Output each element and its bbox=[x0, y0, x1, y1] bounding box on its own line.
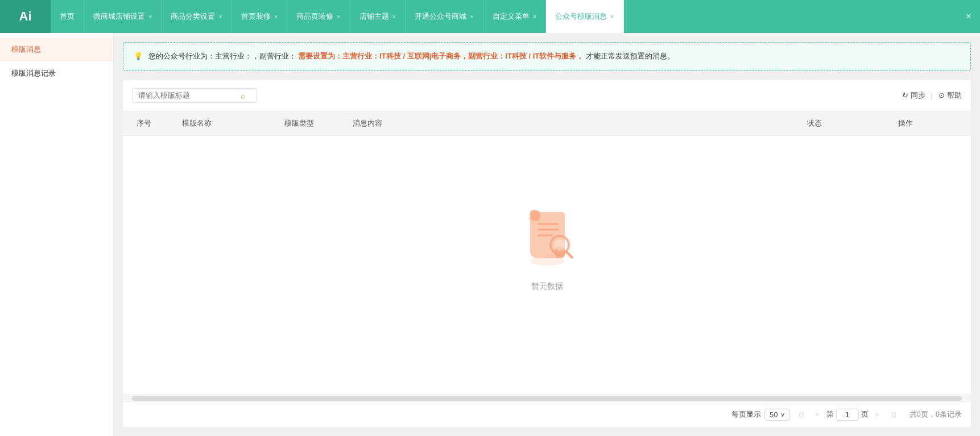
page-number-input[interactable] bbox=[836, 409, 859, 421]
notice-box: 💡 您的公众号行业为：主营行业：，副营行业： 需要设置为：主营行业：IT科技 /… bbox=[123, 42, 971, 71]
sidebar-item[interactable]: 模版消息 bbox=[0, 38, 113, 61]
next-page-button[interactable]: ＞ bbox=[871, 408, 884, 421]
empty-state: 暂无数据 bbox=[123, 136, 971, 395]
page-input-wrap: 第 页 bbox=[826, 409, 869, 421]
empty-illustration bbox=[513, 204, 581, 272]
page-size-select: 每页显示 50 ∨ bbox=[731, 409, 789, 421]
scroll-bar[interactable] bbox=[123, 395, 971, 401]
table-column-header: 消息内容 bbox=[348, 111, 803, 135]
page-size-label: 每页显示 bbox=[731, 409, 761, 420]
divider: | bbox=[931, 91, 933, 99]
di-label: 第 bbox=[826, 409, 834, 420]
nav-tabs: 首页微商城店铺设置×商品分类设置×首页装修×商品页装修×店铺主题×开通公众号商城… bbox=[51, 0, 957, 33]
pagination: 每页显示 50 ∨ ⟨⟨ ＜ 第 页 ＞ ⟩⟩ bbox=[123, 401, 971, 427]
help-icon: ⊙ bbox=[938, 91, 945, 99]
app-logo: Ai bbox=[0, 0, 51, 33]
search-right: ↻ 同步 | ⊙ 帮助 bbox=[902, 90, 962, 101]
search-bar: ⌕ ↻ 同步 | ⊙ 帮助 bbox=[123, 80, 971, 111]
page-size-value: 50 bbox=[770, 410, 778, 419]
nav-tab[interactable]: 自定义菜单× bbox=[483, 0, 546, 33]
search-icon[interactable]: ⌕ bbox=[241, 91, 245, 100]
tab-close-icon[interactable]: × bbox=[337, 13, 340, 20]
notice-suffix: 才能正常发送预置的消息。 bbox=[586, 52, 675, 60]
sidebar: 模版消息模版消息记录 bbox=[0, 33, 114, 436]
nav-tab[interactable]: 公众号模版消息× bbox=[546, 0, 623, 33]
notice-highlight: 需要设置为：主营行业：IT科技 / 互联网|电子商务，副营行业：IT科技 / I… bbox=[298, 52, 584, 60]
tab-close-icon[interactable]: × bbox=[470, 13, 473, 20]
tab-close-icon[interactable]: × bbox=[274, 13, 278, 20]
nav-tab[interactable]: 开通公众号商城× bbox=[406, 0, 483, 33]
first-page-button[interactable]: ⟨⟨ bbox=[795, 408, 808, 421]
page-size-dropdown[interactable]: 50 ∨ bbox=[764, 409, 789, 421]
close-all-button[interactable]: × bbox=[957, 0, 980, 33]
nav-tab[interactable]: 首页装修× bbox=[232, 0, 287, 33]
scroll-track[interactable] bbox=[132, 396, 962, 401]
svg-line-6 bbox=[566, 251, 572, 258]
top-nav: Ai 首页微商城店铺设置×商品分类设置×首页装修×商品页装修×店铺主题×开通公众… bbox=[0, 0, 980, 33]
svg-point-5 bbox=[554, 239, 565, 251]
table-column-header: 状态 bbox=[803, 111, 894, 135]
page-nav: ⟨⟨ ＜ 第 页 ＞ ⟩⟩ bbox=[795, 408, 900, 421]
table-header: 序号模版名称模版类型消息内容状态操作 bbox=[123, 111, 971, 136]
tab-close-icon[interactable]: × bbox=[148, 13, 152, 20]
table-column-header: 模版类型 bbox=[280, 111, 348, 135]
refresh-icon: ↻ bbox=[902, 91, 908, 99]
content-card: ⌕ ↻ 同步 | ⊙ 帮助 序号模版名称模版类型消息内容状态操作 bbox=[123, 80, 971, 427]
table-column-header: 模版名称 bbox=[177, 111, 280, 135]
table-column-header: 序号 bbox=[132, 111, 177, 135]
last-page-button[interactable]: ⟩⟩ bbox=[887, 408, 900, 421]
sync-button[interactable]: ↻ 同步 bbox=[902, 90, 925, 101]
total-info: 共0页，0条记录 bbox=[909, 409, 962, 420]
sidebar-item[interactable]: 模版消息记录 bbox=[0, 61, 113, 85]
search-input-wrap[interactable]: ⌕ bbox=[132, 88, 257, 103]
nav-tab[interactable]: 商品分类设置× bbox=[162, 0, 231, 33]
nav-tab[interactable]: 商品页装修× bbox=[287, 0, 350, 33]
tab-close-icon[interactable]: × bbox=[392, 13, 396, 20]
chevron-down-icon: ∨ bbox=[780, 411, 785, 418]
notice-prefix: 您的公众号行业为：主营行业：，副营行业： bbox=[148, 52, 296, 60]
help-button[interactable]: ⊙ 帮助 bbox=[938, 90, 962, 101]
tab-close-icon[interactable]: × bbox=[533, 13, 536, 20]
tab-close-icon[interactable]: × bbox=[610, 13, 614, 20]
nav-tab[interactable]: 微商城店铺设置× bbox=[84, 0, 162, 33]
layout: 模版消息模版消息记录 💡 您的公众号行业为：主营行业：，副营行业： 需要设置为：… bbox=[0, 33, 980, 436]
nav-tab[interactable]: 店铺主题× bbox=[350, 0, 406, 33]
prev-page-button[interactable]: ＜ bbox=[811, 408, 824, 421]
bulb-icon: 💡 bbox=[134, 52, 143, 60]
sync-label: 同步 bbox=[911, 90, 925, 101]
table-column-header: 操作 bbox=[894, 111, 962, 135]
tab-close-icon[interactable]: × bbox=[218, 13, 222, 20]
empty-text: 暂无数据 bbox=[531, 281, 563, 292]
main-content: 💡 您的公众号行业为：主营行业：，副营行业： 需要设置为：主营行业：IT科技 /… bbox=[114, 33, 980, 436]
nav-tab[interactable]: 首页 bbox=[51, 0, 84, 33]
page-unit: 页 bbox=[861, 409, 869, 420]
search-input[interactable] bbox=[138, 91, 241, 99]
help-label: 帮助 bbox=[947, 90, 962, 101]
